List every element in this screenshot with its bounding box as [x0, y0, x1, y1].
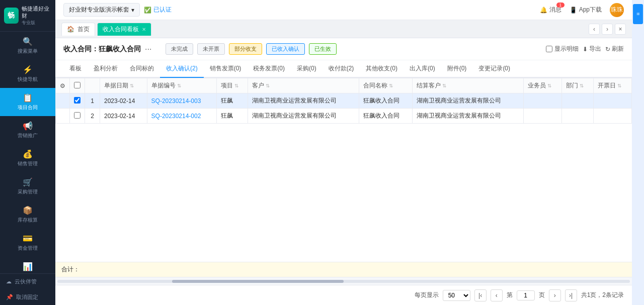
tab-close-icon[interactable]: ✕	[142, 27, 146, 32]
tab-close-all-button[interactable]: ×	[615, 24, 626, 35]
table-row[interactable]: 1 2023-02-14 SQ-20230214-003 狂飙 湖南卫视商业运营…	[56, 93, 632, 109]
bell-icon: 🔔	[540, 7, 547, 14]
export-button[interactable]: ⬇ 导出	[583, 45, 601, 53]
show-detail-toggle[interactable]: 显示明细	[546, 45, 579, 53]
col-number[interactable]: 单据编号⇅	[147, 78, 216, 93]
sidebar-item-采购管理[interactable]: 🛒采购管理	[0, 172, 55, 200]
subtab-9[interactable]: 出入库(0)	[404, 60, 441, 78]
subtab-5[interactable]: 税务发票(0)	[247, 60, 291, 78]
sort-settle-icon: ⇅	[442, 83, 446, 88]
subtab-4[interactable]: 销售发票(0)	[204, 60, 248, 78]
row-dept-1	[562, 109, 593, 124]
refresh-button[interactable]: ↻ 刷新	[605, 45, 624, 53]
sidebar-item-库存核算[interactable]: 📦库存核算	[0, 200, 55, 229]
right-sidebar-panel[interactable]: ≡	[633, 4, 643, 24]
col-project[interactable]: 项目⇅	[216, 78, 248, 93]
row-customer-1: 湖南卫视商业运营发展有限公司	[248, 109, 359, 124]
show-detail-checkbox[interactable]	[546, 46, 552, 52]
col-settings[interactable]: ⚙	[56, 78, 70, 93]
header-tools: 显示明细 ⬇ 导出 ↻ 刷新	[546, 45, 624, 53]
scroll-track[interactable]	[57, 280, 630, 283]
sidebar-bottom-unpin[interactable]: 📌 取消固定	[0, 289, 55, 305]
refresh-label: 刷新	[612, 45, 624, 53]
select-all-checkbox[interactable]	[74, 82, 80, 88]
row-number-link-0[interactable]: SQ-20230214-003	[151, 97, 201, 105]
sort-number-icon: ⇅	[177, 83, 181, 88]
export-icon: ⬇	[583, 46, 588, 53]
row-settings-1[interactable]	[56, 109, 70, 124]
col-open-date[interactable]: 开票日⇅	[593, 78, 631, 93]
row-checkbox-1[interactable]	[70, 109, 85, 124]
col-department[interactable]: 部门⇅	[562, 78, 593, 93]
show-detail-label: 显示明细	[554, 45, 579, 53]
subtab-0[interactable]: 看板	[63, 60, 88, 78]
subtab-6[interactable]: 采购(0)	[291, 60, 323, 78]
verified-badge: ✅ 已认证	[144, 6, 172, 14]
sidebar-bottom-unpin-label: 取消固定	[16, 293, 38, 301]
next-page-button[interactable]: ›	[549, 289, 561, 301]
subtabs: 看板盈利分析合同标的收入确认(2)销售发票(0)税务发票(0)采购(0)收付款(…	[55, 60, 632, 78]
col-salesperson[interactable]: 业务员⇅	[524, 78, 562, 93]
tab-contract-board[interactable]: 收入合同看板 ✕	[97, 23, 151, 36]
row-checkbox-0[interactable]	[70, 93, 85, 109]
last-page-button[interactable]: ›|	[565, 289, 577, 301]
prev-page-button[interactable]: ‹	[491, 289, 503, 301]
app-download-button[interactable]: 📱 App下载	[570, 6, 602, 14]
sidebar-label-3: 营销推广	[18, 132, 38, 139]
subtab-8[interactable]: 其他收支(0)	[360, 60, 404, 78]
row-open-date-0	[593, 93, 631, 109]
status-confirmed[interactable]: 已收入确认	[266, 43, 305, 55]
page-title-main: 狂飙收入合同	[99, 45, 141, 53]
sidebar-item-快捷导航[interactable]: ⚡快捷导航	[0, 60, 55, 88]
page-size-select[interactable]: 50 100 200	[443, 290, 470, 301]
app-logo-icon: 畅	[4, 8, 19, 24]
row-settings-0[interactable]	[56, 93, 70, 109]
sidebar-icon-2: 📋	[23, 93, 33, 103]
company-selector[interactable]: 好业财专业版演示帐套 ▾	[63, 3, 140, 17]
page-number-input[interactable]	[517, 290, 535, 300]
sidebar-label-0: 搜索菜单	[18, 48, 38, 55]
col-date[interactable]: 单据日期⇅	[100, 78, 147, 93]
sidebar-item-营销推广[interactable]: 📢营销推广	[0, 116, 55, 144]
chevron-down-icon: ▾	[131, 7, 134, 14]
sidebar-bottom-cloud[interactable]: ☁ 云伙伴管	[0, 274, 55, 289]
tab-home[interactable]: 🏠 首页	[61, 23, 95, 36]
sidebar-item-总账管理[interactable]: 📊总账管理	[0, 257, 55, 273]
check-circle-icon: ✅	[144, 7, 151, 14]
col-settle-customer[interactable]: 结算客户⇅	[413, 78, 524, 93]
user-avatar[interactable]: 珠珠	[610, 3, 624, 17]
page-title: 收入合同：狂飙收入合同	[63, 45, 141, 54]
status-partial[interactable]: 部分收支	[229, 43, 262, 55]
col-contract[interactable]: 合同名称⇅	[359, 78, 412, 93]
subtab-3[interactable]: 收入确认(2)	[160, 60, 204, 78]
table-wrapper[interactable]: ⚙ 单据日期⇅ 单据编号⇅ 项目⇅ 客户⇅ 合同名称⇅ 结算客户⇅ 业务员⇅ 部…	[55, 78, 632, 262]
sidebar-logo: 畅 畅捷通好业财 专业版	[0, 0, 55, 32]
col-customer[interactable]: 客户⇅	[248, 78, 359, 93]
sidebar-icon-6: 📦	[23, 206, 33, 215]
row-contract-0: 狂飙收入合同	[359, 93, 412, 109]
sidebar-item-搜索菜单[interactable]: 🔍搜索菜单	[0, 32, 55, 60]
sidebar-icon-0: 🔍	[23, 37, 33, 46]
scroll-thumb[interactable]	[172, 280, 344, 283]
row-number-link-1[interactable]: SQ-20230214-002	[151, 113, 201, 120]
status-not-complete[interactable]: 未完成	[166, 43, 193, 55]
tab-next-button[interactable]: ›	[602, 24, 613, 35]
subtab-11[interactable]: 变更记录(0)	[472, 60, 516, 78]
subtab-2[interactable]: 合同标的	[124, 60, 160, 78]
subtab-10[interactable]: 附件(0)	[441, 60, 473, 78]
subtab-1[interactable]: 盈利分析	[88, 60, 124, 78]
status-not-invoiced[interactable]: 未开票	[197, 43, 225, 55]
sidebar-item-资金管理[interactable]: 💳资金管理	[0, 229, 55, 257]
tab-prev-button[interactable]: ‹	[589, 24, 600, 35]
first-page-button[interactable]: |‹	[474, 289, 487, 301]
scroll-bar-area[interactable]	[55, 277, 632, 285]
subtab-7[interactable]: 收付款(2)	[323, 60, 360, 78]
row-number-1[interactable]: SQ-20230214-002	[147, 109, 216, 124]
more-options-button[interactable]: ···	[145, 45, 151, 54]
status-effective[interactable]: 已生效	[309, 43, 337, 55]
row-number-0[interactable]: SQ-20230214-003	[147, 93, 216, 109]
message-button[interactable]: 🔔 消息 1	[540, 6, 561, 14]
sidebar-item-销售管理[interactable]: 💰销售管理	[0, 144, 55, 172]
table-row[interactable]: 2 2023-02-14 SQ-20230214-002 狂飙 湖南卫视商业运营…	[56, 109, 632, 124]
sidebar-item-项目合同[interactable]: 📋项目合同	[0, 88, 55, 116]
